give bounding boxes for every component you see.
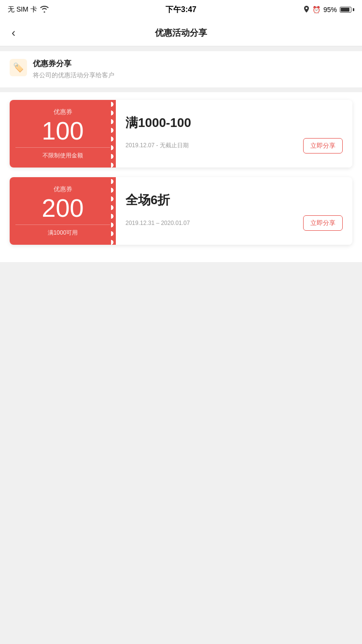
carrier-text: 无 SIM 卡 bbox=[8, 5, 37, 14]
back-button[interactable]: ‹ bbox=[8, 22, 19, 43]
coupon-divider-2 bbox=[15, 224, 110, 225]
coupon-date-1: 2019.12.07 - 无截止日期 bbox=[125, 141, 303, 150]
coupon-title-2: 全场6折 bbox=[125, 192, 343, 209]
coupon-label-2: 优惠券 bbox=[54, 185, 72, 194]
coupon-condition-2: 满1000可用 bbox=[48, 229, 78, 237]
section-title: 优惠券分享 bbox=[33, 59, 114, 69]
coupon-card-1: 优惠券 100 不限制使用金额 满1000-100 2019.12.07 - 无… bbox=[10, 100, 352, 168]
share-button-1[interactable]: 立即分享 bbox=[303, 138, 343, 154]
status-bar: 无 SIM 卡 下午3:47 ⏰ 95% bbox=[0, 0, 362, 19]
coupon-amount-1: 100 bbox=[42, 118, 84, 143]
coupon-right-1: 满1000-100 2019.12.07 - 无截止日期 立即分享 bbox=[116, 100, 352, 168]
coupon-divider-1 bbox=[15, 147, 110, 148]
nav-bar: ‹ 优惠活动分享 bbox=[0, 19, 362, 46]
section-text: 优惠券分享 将公司的优惠活动分享给客户 bbox=[33, 59, 114, 80]
coupon-icon: 🏷️ bbox=[13, 62, 24, 73]
location-icon bbox=[304, 6, 309, 14]
battery-icon bbox=[340, 7, 354, 13]
coupon-left-1: 优惠券 100 不限制使用金额 bbox=[10, 100, 116, 168]
empty-area bbox=[0, 262, 362, 455]
wifi-icon bbox=[40, 6, 49, 14]
coupon-label-1: 优惠券 bbox=[54, 108, 72, 116]
section-header: 🏷️ 优惠券分享 将公司的优惠活动分享给客户 bbox=[0, 51, 362, 87]
coupon-card-2: 优惠券 200 满1000可用 全场6折 2019.12.31 – 2020.0… bbox=[10, 177, 352, 245]
coupon-meta-1: 2019.12.07 - 无截止日期 立即分享 bbox=[125, 138, 343, 154]
status-right: ⏰ 95% bbox=[304, 6, 354, 14]
battery-percent: 95% bbox=[323, 6, 337, 14]
share-button-2[interactable]: 立即分享 bbox=[303, 215, 343, 231]
status-left: 无 SIM 卡 bbox=[8, 5, 49, 14]
coupon-condition-1: 不限制使用金额 bbox=[42, 152, 83, 160]
coupon-title-1: 满1000-100 bbox=[125, 114, 343, 131]
coupon-list: 优惠券 100 不限制使用金额 满1000-100 2019.12.07 - 无… bbox=[0, 92, 362, 262]
status-time: 下午3:47 bbox=[166, 5, 196, 15]
coupon-left-2: 优惠券 200 满1000可用 bbox=[10, 177, 116, 245]
alarm-icon: ⏰ bbox=[312, 6, 320, 14]
coupon-meta-2: 2019.12.31 – 2020.01.07 立即分享 bbox=[125, 215, 343, 231]
coupon-date-2: 2019.12.31 – 2020.01.07 bbox=[125, 220, 303, 226]
section-subtitle: 将公司的优惠活动分享给客户 bbox=[33, 71, 114, 80]
section-icon: 🏷️ bbox=[10, 59, 27, 76]
coupon-amount-2: 200 bbox=[42, 196, 84, 221]
page-title: 优惠活动分享 bbox=[155, 27, 207, 39]
coupon-right-2: 全场6折 2019.12.31 – 2020.01.07 立即分享 bbox=[116, 177, 352, 245]
